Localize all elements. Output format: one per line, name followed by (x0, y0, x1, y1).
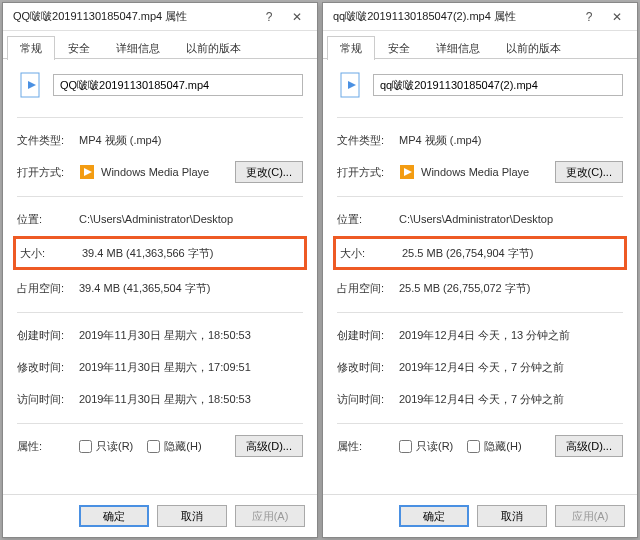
cancel-button[interactable]: 取消 (477, 505, 547, 527)
close-button[interactable]: ✕ (603, 6, 631, 28)
value-openswith: Windows Media Playe (101, 166, 235, 178)
file-video-icon (337, 71, 365, 99)
label-sizeondisk: 占用空间: (17, 281, 79, 296)
checkbox-hidden[interactable]: 隐藏(H) (147, 439, 201, 454)
advanced-button[interactable]: 高级(D)... (235, 435, 303, 457)
apply-button[interactable]: 应用(A) (235, 505, 305, 527)
dialog-footer: 确定 取消 应用(A) (323, 494, 637, 537)
value-sizeondisk: 39.4 MB (41,365,504 字节) (79, 281, 303, 296)
wmp-icon (79, 164, 95, 180)
label-attributes: 属性: (337, 439, 399, 454)
label-openswith: 打开方式: (17, 165, 79, 180)
cancel-button[interactable]: 取消 (157, 505, 227, 527)
ok-button[interactable]: 确定 (79, 505, 149, 527)
label-size: 大小: (340, 246, 402, 261)
label-openswith: 打开方式: (337, 165, 399, 180)
titlebar: QQ啵啵20191130185047.mp4 属性 ? ✕ (3, 3, 317, 31)
properties-dialog-right: qq啵啵20191130185047(2).mp4 属性 ? ✕ 常规 安全 详… (322, 2, 638, 538)
filename-input[interactable] (53, 74, 303, 96)
window-title: qq啵啵20191130185047(2).mp4 属性 (333, 9, 575, 24)
label-modified: 修改时间: (17, 360, 79, 375)
value-created: 2019年12月4日 今天，13 分钟之前 (399, 328, 623, 343)
dialog-footer: 确定 取消 应用(A) (3, 494, 317, 537)
label-modified: 修改时间: (337, 360, 399, 375)
value-modified: 2019年11月30日 星期六，17:09:51 (79, 360, 303, 375)
close-button[interactable]: ✕ (283, 6, 311, 28)
label-accessed: 访问时间: (17, 392, 79, 407)
label-size: 大小: (20, 246, 82, 261)
value-sizeondisk: 25.5 MB (26,755,072 字节) (399, 281, 623, 296)
ok-button[interactable]: 确定 (399, 505, 469, 527)
highlight-size: 大小: 39.4 MB (41,363,566 字节) (13, 236, 307, 270)
change-button[interactable]: 更改(C)... (235, 161, 303, 183)
wmp-icon (399, 164, 415, 180)
value-filetype: MP4 视频 (.mp4) (79, 133, 303, 148)
value-size: 25.5 MB (26,754,904 字节) (402, 246, 620, 261)
checkbox-hidden[interactable]: 隐藏(H) (467, 439, 521, 454)
window-title: QQ啵啵20191130185047.mp4 属性 (13, 9, 255, 24)
label-location: 位置: (337, 212, 399, 227)
tab-general[interactable]: 常规 (327, 36, 375, 60)
tab-security[interactable]: 安全 (55, 36, 103, 60)
change-button[interactable]: 更改(C)... (555, 161, 623, 183)
help-button[interactable]: ? (255, 6, 283, 28)
value-accessed: 2019年11月30日 星期六，18:50:53 (79, 392, 303, 407)
tab-security[interactable]: 安全 (375, 36, 423, 60)
advanced-button[interactable]: 高级(D)... (555, 435, 623, 457)
tab-bar: 常规 安全 详细信息 以前的版本 (323, 31, 637, 59)
label-sizeondisk: 占用空间: (337, 281, 399, 296)
file-video-icon (17, 71, 45, 99)
help-button[interactable]: ? (575, 6, 603, 28)
filename-input[interactable] (373, 74, 623, 96)
value-accessed: 2019年12月4日 今天，7 分钟之前 (399, 392, 623, 407)
value-openswith: Windows Media Playe (421, 166, 555, 178)
tab-bar: 常规 安全 详细信息 以前的版本 (3, 31, 317, 59)
tab-details[interactable]: 详细信息 (423, 36, 493, 60)
value-size: 39.4 MB (41,363,566 字节) (82, 246, 300, 261)
label-location: 位置: (17, 212, 79, 227)
tab-content: 文件类型: MP4 视频 (.mp4) 打开方式: Windows Media … (3, 59, 317, 494)
value-location: C:\Users\Administrator\Desktop (399, 213, 623, 225)
highlight-size: 大小: 25.5 MB (26,754,904 字节) (333, 236, 627, 270)
label-accessed: 访问时间: (337, 392, 399, 407)
properties-dialog-left: QQ啵啵20191130185047.mp4 属性 ? ✕ 常规 安全 详细信息… (2, 2, 318, 538)
tab-previous-versions[interactable]: 以前的版本 (173, 36, 254, 60)
tab-general[interactable]: 常规 (7, 36, 55, 60)
apply-button[interactable]: 应用(A) (555, 505, 625, 527)
tab-details[interactable]: 详细信息 (103, 36, 173, 60)
label-filetype: 文件类型: (337, 133, 399, 148)
value-modified: 2019年12月4日 今天，7 分钟之前 (399, 360, 623, 375)
checkbox-readonly[interactable]: 只读(R) (399, 439, 453, 454)
titlebar: qq啵啵20191130185047(2).mp4 属性 ? ✕ (323, 3, 637, 31)
tab-content: 文件类型: MP4 视频 (.mp4) 打开方式: Windows Media … (323, 59, 637, 494)
checkbox-readonly[interactable]: 只读(R) (79, 439, 133, 454)
label-attributes: 属性: (17, 439, 79, 454)
value-created: 2019年11月30日 星期六，18:50:53 (79, 328, 303, 343)
value-filetype: MP4 视频 (.mp4) (399, 133, 623, 148)
label-created: 创建时间: (337, 328, 399, 343)
tab-previous-versions[interactable]: 以前的版本 (493, 36, 574, 60)
label-created: 创建时间: (17, 328, 79, 343)
label-filetype: 文件类型: (17, 133, 79, 148)
value-location: C:\Users\Administrator\Desktop (79, 213, 303, 225)
